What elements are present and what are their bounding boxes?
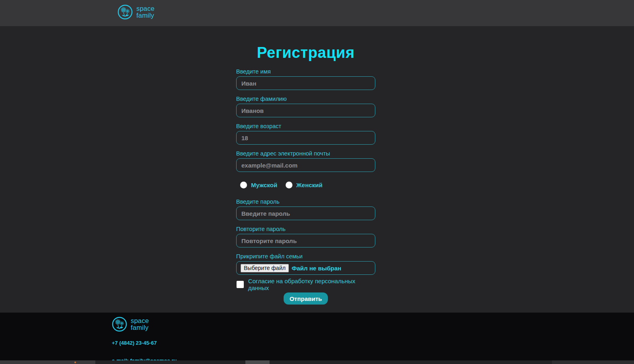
registration-page: Регистрация Введите имя Введите фамилию … — [0, 26, 634, 313]
password-repeat-group: Повторите пароль — [236, 226, 375, 247]
footer: space family +7 (4842) 23-45-67 e-mail: … — [0, 313, 634, 360]
submit-button[interactable]: Отправить — [284, 292, 328, 305]
footer-brand-name-line2: family — [131, 324, 149, 331]
taskbar-strip — [0, 360, 634, 364]
footer-brand-name-line1: space — [131, 317, 149, 325]
consent-row: Согласие на обработку персональных данны… — [237, 280, 375, 288]
password-input[interactable] — [236, 207, 375, 220]
last-name-label: Введите фамилию — [236, 96, 375, 102]
page: space family Регистрация Введите имя Вве… — [0, 0, 634, 364]
family-file-label: Прикрипите файл семьи — [236, 253, 375, 260]
first-name-input[interactable] — [236, 76, 375, 90]
registration-form: Регистрация Введите имя Введите фамилию … — [236, 26, 375, 305]
brand-name-line1: space — [136, 5, 154, 12]
age-input[interactable] — [236, 131, 375, 145]
email-label: Введите адрес электронной почты — [236, 150, 375, 157]
gender-female-radio[interactable] — [286, 182, 292, 188]
gender-male-label: Мужской — [251, 182, 278, 188]
age-label: Введите возраст — [236, 123, 375, 130]
flower-logo-icon — [117, 4, 133, 20]
consent-label: Согласие на обработку персональных данны… — [248, 278, 375, 291]
footer-brand-name: space family — [131, 317, 149, 331]
password-repeat-label: Повторите пароль — [236, 226, 375, 233]
last-name-input[interactable] — [236, 104, 375, 117]
password-label: Введите пароль — [236, 198, 375, 205]
taskbar-app-icon — [74, 362, 76, 363]
brand-name-line2: family — [136, 12, 154, 19]
choose-file-button[interactable]: Выберите файл — [241, 264, 289, 272]
gender-male-radio[interactable] — [240, 182, 247, 188]
age-group: Введите возраст — [236, 123, 375, 145]
taskbar-strip-left — [0, 360, 95, 364]
family-file-group: Прикрипите файл семьи Выберите файл Файл… — [236, 253, 375, 275]
footer-phone[interactable]: +7 (4842) 23-45-67 — [112, 340, 157, 346]
email-input[interactable] — [236, 158, 375, 172]
gender-female-label: Женский — [296, 182, 323, 188]
gender-radio-group: Мужской Женский — [240, 181, 375, 189]
footer-flower-logo-icon — [112, 317, 127, 332]
brand-name: space family — [136, 5, 154, 19]
password-group: Введите пароль — [236, 198, 375, 220]
taskbar-strip-right — [552, 360, 634, 364]
consent-checkbox[interactable] — [237, 281, 244, 288]
first-name-group: Введите имя — [236, 68, 375, 90]
scrollbar-thumb[interactable] — [245, 360, 270, 364]
brand-logo: space family — [117, 4, 154, 20]
last-name-group: Введите фамилию — [236, 96, 375, 117]
page-title: Регистрация — [236, 44, 375, 61]
password-repeat-input[interactable] — [236, 234, 375, 247]
family-file-input[interactable]: Выберите файл Файл не выбран — [236, 261, 375, 275]
header: space family — [0, 0, 634, 26]
file-status-text: Файл не выбран — [292, 265, 342, 272]
footer-brand-logo: space family — [112, 317, 149, 332]
email-group: Введите адрес электронной почты — [236, 150, 375, 172]
first-name-label: Введите имя — [236, 68, 375, 75]
footer-email[interactable]: e-mail: family@cosmos.ru — [112, 358, 177, 360]
submit-row: Отправить — [236, 292, 375, 305]
